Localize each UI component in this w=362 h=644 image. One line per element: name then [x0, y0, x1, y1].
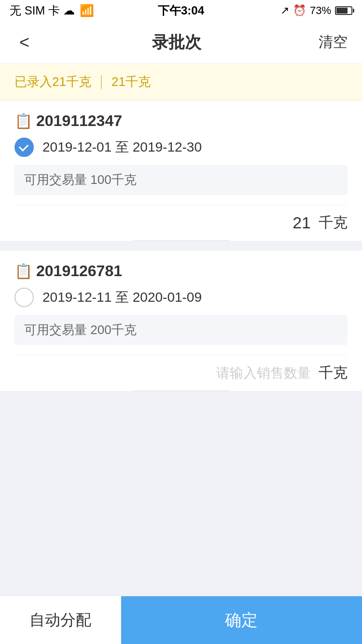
entered-amount: 已录入21千克	[14, 73, 91, 90]
batch2-available: 可用交易量 200千克	[14, 315, 348, 345]
info-banner: 已录入21千克 21千克	[0, 64, 362, 100]
batch1-quantity-value: 21	[292, 213, 311, 232]
wifi-icon: 📶	[80, 4, 94, 17]
batch2-date-range: 2019-12-11 至 2020-01-09	[42, 288, 202, 307]
batch1-quantity-unit: 千克	[319, 213, 348, 233]
batch-card-1: 📋 2019112347 2019-12-01 至 2019-12-30 可用交…	[0, 100, 362, 241]
alarm-icon: ⏰	[293, 4, 306, 17]
nav-bar: < 录批次 清空	[0, 21, 362, 64]
clear-button[interactable]: 清空	[319, 32, 348, 52]
nav-title: 录批次	[152, 31, 201, 54]
status-left: 无 SIM 卡 ☁ 📶	[10, 3, 94, 18]
sim-label: 无 SIM 卡 ☁	[10, 3, 75, 18]
batch-card-2: 📋 2019126781 2019-12-11 至 2020-01-09 可用交…	[0, 251, 362, 391]
batch2-quantity-row: 请输入销售数量 千克	[14, 355, 348, 391]
status-time: 下午3:04	[158, 3, 204, 18]
status-bar: 无 SIM 卡 ☁ 📶 下午3:04 ↗ ⏰ 73%	[0, 0, 362, 21]
batch1-date-row: 2019-12-01 至 2019-12-30	[14, 138, 348, 157]
batch1-header: 📋 2019112347	[14, 112, 348, 130]
card-separator-1	[0, 241, 362, 251]
battery-percent: 73%	[310, 4, 331, 17]
back-button[interactable]: <	[14, 28, 34, 57]
batch1-available: 可用交易量 100千克	[14, 165, 348, 195]
batch2-quantity-unit: 千克	[319, 363, 348, 383]
batch1-number: 2019112347	[36, 112, 122, 130]
batch1-date-range: 2019-12-01 至 2019-12-30	[42, 138, 202, 156]
battery-icon	[335, 6, 352, 15]
batch2-input-placeholder: 请输入销售数量	[216, 364, 311, 382]
bottom-area	[0, 391, 362, 584]
status-right: ↗ ⏰ 73%	[280, 4, 352, 17]
total-amount: 21千克	[111, 73, 151, 90]
footer: 自动分配 确定	[0, 596, 362, 644]
batch2-icon: 📋	[14, 263, 32, 280]
batch2-radio[interactable]	[14, 288, 34, 307]
location-icon: ↗	[280, 4, 289, 17]
batch2-date-row: 2019-12-11 至 2020-01-09	[14, 288, 348, 307]
confirm-button[interactable]: 确定	[121, 596, 362, 644]
batch2-header: 📋 2019126781	[14, 262, 348, 280]
info-divider	[101, 75, 102, 89]
auto-distribute-button[interactable]: 自动分配	[0, 596, 121, 644]
batch1-radio[interactable]	[14, 138, 34, 157]
batch2-number: 2019126781	[36, 262, 122, 280]
batch1-quantity-row: 21 千克	[14, 205, 348, 240]
batch1-icon: 📋	[14, 112, 32, 129]
